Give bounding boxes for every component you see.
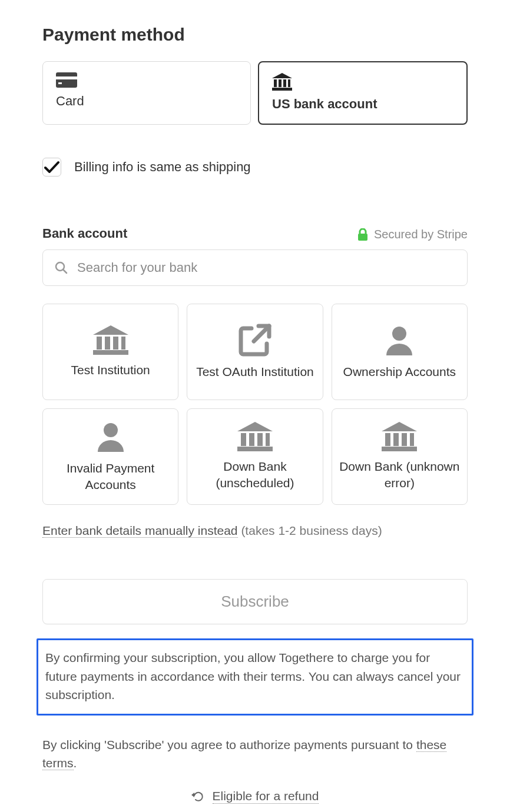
bank-tile-label: Down Bank (unknown error) bbox=[338, 458, 461, 492]
billing-same-label: Billing info is same as shipping bbox=[74, 159, 251, 175]
bank-tile[interactable]: Test OAuth Institution bbox=[187, 304, 323, 400]
svg-marker-12 bbox=[93, 325, 128, 335]
bank-tile-label: Test OAuth Institution bbox=[196, 364, 314, 380]
search-icon bbox=[55, 261, 68, 274]
payment-method-us-bank-label: US bank account bbox=[272, 96, 453, 112]
payment-method-card-label: Card bbox=[56, 94, 237, 109]
billing-same-checkbox[interactable] bbox=[42, 158, 61, 177]
svg-rect-17 bbox=[93, 350, 128, 355]
svg-rect-32 bbox=[382, 447, 417, 451]
secured-label: Secured by Stripe bbox=[374, 228, 468, 241]
bank-tile-label: Ownership Accounts bbox=[343, 364, 456, 380]
bank-tile-label: Invalid Payment Accounts bbox=[49, 460, 172, 494]
svg-rect-28 bbox=[385, 433, 390, 446]
payment-method-us-bank[interactable]: US bank account bbox=[258, 61, 468, 125]
bank-account-heading: Bank account bbox=[42, 226, 127, 241]
svg-rect-31 bbox=[410, 433, 414, 446]
person-icon bbox=[383, 324, 416, 357]
svg-rect-1 bbox=[56, 76, 77, 79]
svg-rect-13 bbox=[97, 337, 102, 350]
svg-point-20 bbox=[104, 423, 118, 437]
svg-rect-8 bbox=[272, 88, 292, 91]
subscription-terms-highlight: By confirming your subscription, you all… bbox=[37, 638, 473, 716]
bank-search-input[interactable] bbox=[76, 259, 455, 276]
payment-method-card[interactable]: Card bbox=[42, 61, 251, 125]
svg-rect-4 bbox=[274, 79, 277, 87]
svg-rect-7 bbox=[288, 79, 290, 87]
svg-rect-9 bbox=[358, 234, 367, 241]
svg-rect-24 bbox=[257, 433, 263, 446]
subscribe-button[interactable]: Subscribe bbox=[42, 579, 468, 624]
svg-rect-26 bbox=[237, 447, 273, 451]
check-icon bbox=[44, 161, 59, 174]
bank-tile-label: Test Institution bbox=[71, 362, 150, 378]
eligible-refund-link[interactable]: Eligible for a refund bbox=[213, 789, 319, 804]
svg-rect-30 bbox=[402, 433, 407, 446]
bank-tile[interactable]: Ownership Accounts bbox=[332, 304, 468, 400]
bank-icon bbox=[382, 422, 417, 451]
bank-search-box[interactable] bbox=[42, 249, 468, 286]
bank-grid: Test InstitutionTest OAuth InstitutionOw… bbox=[42, 304, 468, 505]
bank-tile[interactable]: Test Institution bbox=[42, 304, 178, 400]
svg-line-11 bbox=[64, 270, 67, 274]
page-title: Payment method bbox=[42, 25, 468, 45]
bank-tile[interactable]: Down Bank (unscheduled) bbox=[187, 408, 323, 505]
payment-method-tabs: Card US bank account bbox=[42, 61, 468, 125]
enter-bank-manually-link[interactable]: Enter bank details manually instead bbox=[42, 524, 238, 538]
svg-marker-3 bbox=[272, 73, 292, 78]
undo-icon bbox=[191, 790, 204, 802]
svg-rect-15 bbox=[113, 337, 118, 350]
lock-icon bbox=[357, 228, 368, 241]
bank-icon bbox=[93, 325, 128, 355]
person-icon bbox=[94, 420, 127, 453]
authorize-terms-text: By clicking 'Subscribe' you agree to aut… bbox=[42, 736, 468, 773]
secured-by-stripe: Secured by Stripe bbox=[357, 228, 468, 241]
svg-marker-33 bbox=[191, 793, 194, 797]
svg-marker-21 bbox=[237, 422, 273, 431]
svg-rect-0 bbox=[56, 72, 77, 88]
bank-tile[interactable]: Invalid Payment Accounts bbox=[42, 408, 178, 505]
svg-rect-2 bbox=[58, 82, 62, 84]
svg-point-19 bbox=[392, 327, 406, 341]
svg-rect-6 bbox=[283, 79, 286, 87]
svg-line-18 bbox=[254, 326, 269, 341]
bank-tile[interactable]: Down Bank (unknown error) bbox=[332, 408, 468, 505]
svg-rect-5 bbox=[279, 79, 282, 87]
external-icon bbox=[239, 324, 271, 357]
svg-rect-23 bbox=[249, 433, 254, 446]
svg-rect-16 bbox=[121, 337, 125, 350]
svg-rect-22 bbox=[241, 433, 246, 446]
bank-icon bbox=[237, 422, 273, 451]
svg-rect-25 bbox=[266, 433, 270, 446]
card-icon bbox=[56, 72, 237, 88]
bank-icon bbox=[272, 73, 453, 91]
bank-tile-label: Down Bank (unscheduled) bbox=[193, 458, 316, 492]
svg-rect-29 bbox=[393, 433, 399, 446]
svg-rect-14 bbox=[105, 337, 110, 350]
manual-note: (takes 1-2 business days) bbox=[241, 524, 382, 537]
svg-marker-27 bbox=[382, 422, 417, 431]
